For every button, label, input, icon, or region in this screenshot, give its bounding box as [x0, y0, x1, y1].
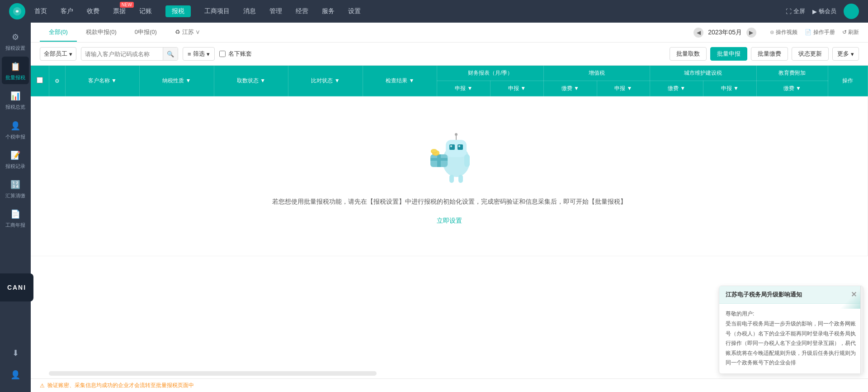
setup-link[interactable]: 立即设置 [437, 217, 462, 225]
nav-message[interactable]: 消息 [243, 5, 256, 17]
checkbox-below-account[interactable]: 名下账套 [219, 50, 252, 58]
top-nav-right: ⛶ 全屏 ▶ 畅会员 [786, 4, 859, 19]
svg-rect-11 [449, 175, 454, 183]
user-avatar[interactable] [844, 4, 859, 19]
tax-records-icon: 📝 [9, 149, 22, 162]
top-nav: 首页 客户 收费 票据 NEW 记账 报税 工商项目 消息 管理 经营 服务 设… [0, 0, 868, 23]
batch-fetch-btn[interactable]: 批量取数 [670, 47, 707, 61]
toolbar-right: 批量取数 批量申报 批量缴费 状态更新 更多 ▾ [670, 47, 859, 61]
tab-tax-declare[interactable]: 税款申报(0) [77, 24, 126, 42]
sidebar-label-settlement: 汇算清缴 [5, 193, 25, 199]
th-settings-col: ⚙ [49, 66, 65, 96]
notif-title: 江苏电子税务局升级影响通知 [726, 291, 802, 299]
nav-charge[interactable]: 收费 [87, 5, 99, 17]
th-edu-declare: 申报 ▼ [703, 81, 756, 96]
nav-settings[interactable]: 设置 [348, 5, 361, 17]
tab-bar: 全部(0) 税款申报(0) 0申报(0) ♻ 江苏 ∨ ◀ 2023年05月 ▶… [31, 23, 868, 43]
robot-illustration [418, 127, 481, 186]
nav-customer[interactable]: 客户 [61, 5, 73, 17]
sidebar-item-profile[interactable]: 👤 [2, 365, 29, 385]
sidebar-item-tax-settings[interactable]: ⚙ 报税设置 [2, 27, 29, 55]
tax-overview-icon: 📊 [9, 90, 22, 102]
employee-select[interactable]: 全部员工 ▾ [40, 47, 76, 61]
app-logo[interactable] [9, 3, 25, 19]
filter-icon: ≡ [188, 51, 191, 57]
toolbar: 全部员工 ▾ 🔍 ≡ 筛选 ▾ 名下账套 批量取数 批量申报 [31, 43, 868, 66]
employee-select-label: 全部员工 [44, 50, 67, 58]
sidebar-item-annual-report[interactable]: 📄 工商年报 [2, 204, 29, 232]
status-text: 验证账密、采集信息均成功的企业才会流转至批量报税页面中 [47, 382, 194, 389]
svg-rect-10 [464, 154, 470, 167]
svg-point-19 [431, 149, 437, 153]
svg-point-8 [455, 133, 458, 136]
member-btn[interactable]: ▶ 畅会员 [812, 7, 836, 15]
batch-pay-btn[interactable]: 批量缴费 [751, 47, 788, 61]
sidebar-label-batch-tax: 批量报税 [5, 75, 25, 81]
next-month-btn[interactable]: ▶ [746, 28, 756, 38]
notif-scrollbar[interactable] [860, 286, 863, 373]
nav-tax[interactable]: 报税 [165, 5, 191, 17]
select-all-checkbox[interactable] [37, 77, 43, 83]
th-finance-declare: 申报 ▼ [437, 81, 491, 96]
prev-month-btn[interactable]: ◀ [693, 28, 703, 38]
th-compare-status: 比对状态 ▼ [288, 66, 363, 96]
more-btn[interactable]: 更多 ▾ [832, 47, 859, 61]
notif-greeting: 尊敬的用户: [726, 309, 857, 319]
op-manual-link[interactable]: 📄 操作手册 [805, 29, 835, 36]
sidebar-item-download[interactable]: ⬇ [2, 343, 29, 363]
annual-report-icon: 📄 [9, 208, 22, 220]
sidebar-label-annual-report: 工商年报 [5, 222, 25, 228]
op-video-link[interactable]: ⊙ 操作视频 [770, 29, 797, 36]
settings-icon[interactable]: ⚙ [55, 78, 60, 84]
tab-province[interactable]: ♻ 江苏 ∨ [166, 24, 209, 42]
settlement-icon: 🔢 [9, 178, 22, 191]
filter-button[interactable]: ≡ 筛选 ▾ [183, 47, 215, 61]
sidebar-label-personal-tax: 个税申报 [5, 134, 25, 140]
tab-zero-declare[interactable]: 0申报(0) [126, 24, 166, 42]
sidebar-bottom: ⬇ 👤 [2, 343, 29, 392]
nav-operation[interactable]: 经营 [296, 5, 308, 17]
notification-panel: 江苏电子税务局升级影响通知 ✕ 尊敬的用户: 受当前电子税务局进一步升级的影响，… [719, 286, 863, 374]
nav-management[interactable]: 管理 [269, 5, 282, 17]
sidebar-item-personal-tax[interactable]: 👤 个税申报 [2, 116, 29, 143]
svg-rect-2 [446, 140, 467, 157]
refresh-link[interactable]: ↺ 刷新 [842, 29, 859, 36]
search-input[interactable] [81, 49, 163, 59]
sidebar-item-tax-overview[interactable]: 📊 报税总览 [2, 86, 29, 114]
search-icon: 🔍 [167, 51, 174, 57]
fullscreen-btn[interactable]: ⛶ 全屏 [786, 7, 805, 15]
empty-state-cell: 若您想使用批量报税功能，请先在【报税设置】中进行报税的初始化设置，完成密码验证和… [31, 96, 868, 256]
th-finance-report: 财务报表（月/季） [437, 66, 543, 81]
batch-tax-icon: 📋 [9, 60, 22, 73]
svg-rect-4 [458, 144, 463, 150]
data-table: ⚙ 客户名称 ▼ 纳税性质 ▼ 取数状态 ▼ 比对状态 ▼ [31, 66, 868, 256]
th-action: 操作 [828, 66, 868, 96]
sidebar-item-tax-records[interactable]: 📝 报税记录 [2, 145, 29, 173]
th-client-name: 客户名称 ▼ [65, 66, 140, 96]
member-icon: ▶ [812, 8, 817, 15]
personal-tax-icon: 👤 [9, 120, 22, 132]
th-city-pay: 缴费 ▼ [650, 81, 703, 96]
nav-home[interactable]: 首页 [34, 5, 47, 17]
below-account-checkbox[interactable] [219, 51, 226, 57]
th-vat-declare: 申报 ▼ [491, 81, 544, 96]
tab-all[interactable]: 全部(0) [40, 24, 77, 42]
th-vat: 增值税 [543, 66, 650, 81]
th-edu-tax: 教育费附加 [756, 66, 828, 81]
status-bar: ⚠ 验证账密、采集信息均成功的企业才会流转至批量报税页面中 [31, 378, 868, 392]
nav-service[interactable]: 服务 [322, 5, 335, 17]
status-update-btn[interactable]: 状态更新 [792, 47, 829, 61]
sidebar-item-settlement[interactable]: 🔢 汇算清缴 [2, 175, 29, 202]
fullscreen-icon: ⛶ [786, 8, 792, 15]
batch-declare-btn[interactable]: 批量申报 [710, 47, 747, 61]
sidebar: ⚙ 报税设置 📋 批量报税 📊 报税总览 👤 个税申报 📝 报税记录 🔢 汇算清… [0, 23, 31, 392]
th-city-tax: 城市维护建设税 [650, 66, 756, 81]
nav-invoice[interactable]: 票据 NEW [113, 5, 126, 17]
notif-close-btn[interactable]: ✕ [851, 291, 857, 298]
search-button[interactable]: 🔍 [163, 48, 178, 60]
sidebar-label-tax-settings: 报税设置 [5, 45, 25, 51]
nav-business[interactable]: 工商项目 [204, 5, 230, 17]
horizontal-scrollbar[interactable] [49, 371, 377, 376]
sidebar-item-batch-tax[interactable]: 📋 批量报税 [2, 57, 29, 84]
nav-bookkeeping[interactable]: 记账 [139, 5, 152, 17]
